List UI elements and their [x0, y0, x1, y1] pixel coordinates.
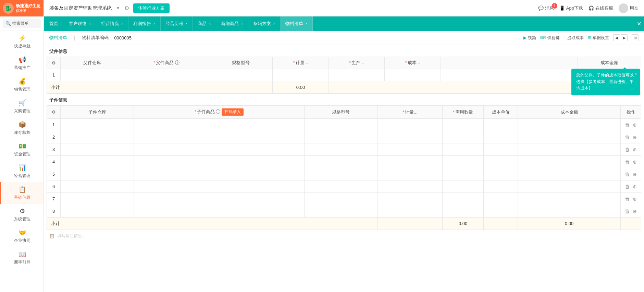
child-row-3-product[interactable] — [134, 143, 305, 156]
prev-arrow[interactable]: ◀ — [613, 34, 620, 41]
next-arrow[interactable]: ▶ — [621, 34, 628, 41]
tab-close-history[interactable]: × — [185, 21, 188, 26]
child-row-7-unit[interactable] — [377, 193, 442, 205]
single-settings-btn[interactable]: ⊞ 单据设置 — [588, 35, 609, 41]
delete-icon[interactable]: 🗑 — [625, 159, 630, 165]
parent-row-1-warehouse[interactable] — [61, 69, 124, 81]
tab-goods[interactable]: 商品 × — [193, 16, 216, 31]
child-row-1-spec[interactable] — [304, 119, 377, 131]
child-row-5-unit[interactable] — [377, 168, 442, 180]
child-row-4-unit-cost[interactable] — [484, 156, 518, 168]
sidebar-item-cooperation[interactable]: 🤝 企业协同 — [0, 225, 44, 247]
child-row-3-warehouse[interactable] — [61, 143, 134, 156]
shortcut-action-btn[interactable]: ⌨ 快捷键 — [540, 35, 560, 41]
tab-barcode[interactable]: 条码方案 × — [248, 16, 281, 31]
copy-icon[interactable]: ⊕ — [633, 172, 637, 177]
child-row-1-warehouse[interactable] — [61, 119, 134, 131]
sidebar-item-marketing[interactable]: 📢 营销推广 — [0, 52, 44, 74]
child-row-4-product[interactable] — [134, 156, 305, 168]
parent-row-1-product[interactable] — [124, 69, 209, 81]
child-row-2-unit[interactable] — [377, 131, 442, 143]
tab-close-bom[interactable]: × — [305, 21, 308, 26]
child-row-8-unit-cost[interactable] — [484, 205, 518, 218]
tab-history[interactable]: 经营历程 × — [161, 16, 193, 31]
search-menu-button[interactable]: 🔍 搜索菜单 — [3, 19, 41, 28]
tab-close-goods[interactable]: × — [209, 21, 211, 26]
online-service-btn[interactable]: 🎧 在线客服 — [589, 5, 613, 11]
tab-close-ops[interactable]: × — [121, 21, 123, 26]
message-btn[interactable]: 💬 6 消息 — [538, 5, 554, 11]
child-row-4-qty[interactable] — [443, 156, 484, 168]
child-row-3-unit[interactable] — [377, 143, 442, 156]
child-row-2-spec[interactable] — [304, 131, 377, 143]
child-row-7-unit-cost[interactable] — [484, 193, 518, 205]
child-row-8-product[interactable] — [134, 205, 305, 218]
sidebar-item-sales[interactable]: 💰 销售管理 — [0, 74, 44, 96]
sidebar-item-finance[interactable]: 💵 资金管理 — [0, 139, 44, 161]
dropdown-arrow-icon[interactable]: ▼ — [116, 5, 120, 11]
child-row-6-unit[interactable] — [377, 180, 442, 193]
child-row-5-spec[interactable] — [304, 168, 377, 180]
copy-icon[interactable]: ⊕ — [633, 147, 637, 152]
sidebar-item-operations[interactable]: 📊 经营管理 — [0, 161, 44, 182]
sidebar-item-shortcut[interactable]: ⚡ 快捷导航 — [0, 31, 44, 52]
delete-icon[interactable]: 🗑 — [625, 196, 630, 202]
child-row-6-warehouse[interactable] — [61, 180, 134, 193]
user-menu-btn[interactable]: 用友 — [619, 3, 639, 13]
child-row-2-product[interactable] — [134, 131, 305, 143]
child-row-3-spec[interactable] — [304, 143, 377, 156]
delete-icon[interactable]: 🗑 — [625, 172, 630, 177]
child-row-6-unit-cost[interactable] — [484, 180, 518, 193]
experience-btn[interactable]: 体验行业方案 — [133, 3, 170, 13]
child-row-8-unit[interactable] — [377, 205, 442, 218]
parent-row-1-unit[interactable] — [273, 69, 329, 81]
tab-home[interactable]: 首页 — [44, 16, 64, 31]
copy-icon[interactable]: ⊕ — [633, 184, 637, 189]
child-row-6-qty[interactable] — [443, 180, 484, 193]
copy-icon[interactable]: ⊕ — [633, 159, 637, 165]
tooltip-close-btn[interactable]: × — [635, 71, 637, 77]
delete-icon[interactable]: 🗑 — [625, 184, 630, 189]
delete-icon[interactable]: 🗑 — [625, 209, 630, 214]
parent-col-settings[interactable]: ⚙ — [47, 57, 61, 69]
child-row-2-warehouse[interactable] — [61, 131, 134, 143]
scan-btn[interactable]: 扫码录入 — [222, 108, 244, 116]
copy-icon[interactable]: ⊕ — [633, 135, 637, 140]
child-row-6-spec[interactable] — [304, 180, 377, 193]
tab-new-goods[interactable]: 新增商品 × — [216, 16, 248, 31]
delete-icon[interactable]: 🗑 — [625, 135, 630, 140]
parent-row-1-extra[interactable] — [441, 69, 578, 81]
sidebar-item-guide[interactable]: 📖 新手引导 — [0, 247, 44, 269]
copy-icon[interactable]: ⊕ — [633, 122, 637, 128]
child-row-2-qty[interactable] — [443, 131, 484, 143]
child-row-5-warehouse[interactable] — [61, 168, 134, 180]
extract-cost-btn[interactable]: ↑ 提取成本 — [564, 35, 584, 41]
child-row-7-warehouse[interactable] — [61, 193, 134, 205]
child-row-4-spec[interactable] — [304, 156, 377, 168]
child-row-5-unit-cost[interactable] — [484, 168, 518, 180]
tab-close-profit[interactable]: × — [153, 21, 156, 26]
sidebar-item-basic-info[interactable]: 📋 基础信息 — [0, 182, 44, 204]
tab-close-customer[interactable]: × — [89, 21, 91, 26]
copy-icon[interactable]: ⊕ — [633, 196, 637, 202]
child-row-3-qty[interactable] — [443, 143, 484, 156]
child-row-8-spec[interactable] — [304, 205, 377, 218]
settings-btn[interactable]: ⚙ — [124, 5, 129, 11]
tab-bom[interactable]: 物料清单 × — [281, 16, 313, 31]
breadcrumb-bom[interactable]: 物料清单 — [49, 35, 67, 41]
child-row-7-qty[interactable] — [443, 193, 484, 205]
child-row-1-unit-cost[interactable] — [484, 119, 518, 131]
child-row-2-unit-cost[interactable] — [484, 131, 518, 143]
child-row-4-unit[interactable] — [377, 156, 442, 168]
grid-view-btn[interactable]: ⊞ — [632, 34, 639, 41]
sidebar-item-purchase[interactable]: 🛒 采购管理 — [0, 96, 44, 117]
child-row-8-qty[interactable] — [443, 205, 484, 218]
tab-close-all-icon[interactable]: ✕ — [637, 21, 641, 27]
tab-close-new-goods[interactable]: × — [241, 21, 243, 26]
child-row-1-product[interactable] — [134, 119, 305, 131]
child-row-1-unit[interactable] — [377, 119, 442, 131]
child-row-7-spec[interactable] — [304, 193, 377, 205]
child-col-settings[interactable]: ⚙ — [47, 106, 61, 119]
tab-close-barcode[interactable]: × — [273, 21, 275, 26]
view-action-btn[interactable]: ▶ 视频 — [523, 35, 536, 41]
